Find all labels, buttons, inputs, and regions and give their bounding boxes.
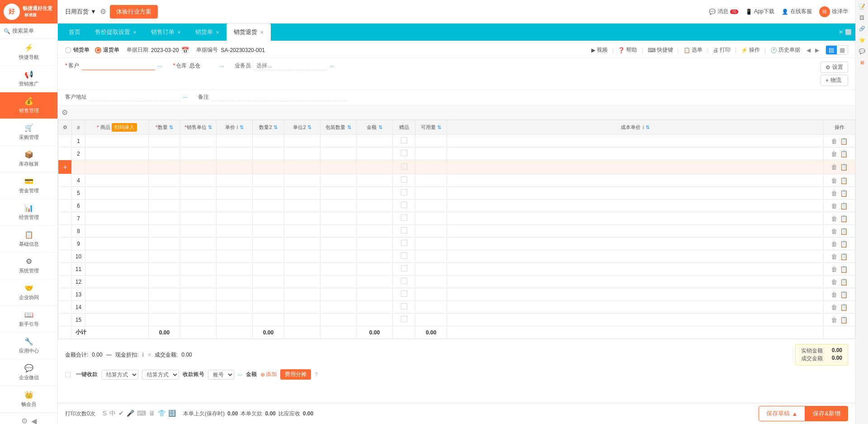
close-tab-icon[interactable]: ✕ [839,29,843,35]
tab-close-price-set[interactable]: ✕ [133,30,137,35]
right-panel-chat[interactable]: 💬 [859,48,865,54]
gift-check-9[interactable] [401,240,407,246]
delete-row-5[interactable]: 🗑 [831,190,837,197]
sidebar-item-marketing[interactable]: 📢 营销推广 [0,66,57,92]
copy-row-12[interactable]: 📋 [840,278,848,286]
tab-close-sale-order[interactable]: ✕ [177,30,181,35]
gift-check-3[interactable] [401,163,407,170]
copy-row-3[interactable]: 📋 [840,163,848,171]
gift-check-15[interactable] [401,316,407,322]
copy-row-14[interactable]: 📋 [840,304,848,311]
delete-row-9[interactable]: 🗑 [831,240,837,248]
copy-row-11[interactable]: 📋 [840,266,848,273]
sidebar-item-system[interactable]: ⚙ 系统管理 [0,252,57,279]
tab-sale-delivery[interactable]: 销货单 ✕ [188,24,226,41]
restore-icon[interactable]: ⬜ [845,29,852,35]
delete-row-3[interactable]: 🗑 [831,163,837,171]
right-panel-image[interactable]: 🖼 [859,15,864,20]
tab-price-set[interactable]: 售价提取设置 ✕ [88,24,144,41]
right-panel-link[interactable]: 🔗 [859,26,865,32]
settings-btn[interactable]: ⚙ 设置 [821,62,848,73]
staff-input[interactable] [254,62,327,70]
sidebar-item-inventory[interactable]: 📦 库存核算 [0,146,57,172]
account-more-btn[interactable]: ··· [238,372,242,378]
copy-row-7[interactable]: 📋 [840,215,848,222]
right-panel-star[interactable]: ⭐ [859,37,865,43]
table-gear-icon[interactable]: ⚙ [61,108,68,117]
copy-row-5[interactable]: 📋 [840,190,848,197]
sort-pkg-icon[interactable]: ⇅ [347,124,351,130]
sort-unit2-icon[interactable]: ⇅ [307,124,311,130]
toolbar-print[interactable]: 🖨 打印 [713,46,731,54]
logistics-btn[interactable]: + 物流 [821,75,848,86]
gift-check-2[interactable] [401,150,407,156]
right-panel-notes[interactable]: 📝 [859,4,865,10]
delete-row-10[interactable]: 🗑 [831,253,837,260]
gift-check-13[interactable] [401,291,407,297]
user-item[interactable]: 徐 徐泽华 [819,6,848,17]
message-item[interactable]: 💬 消息 70 [709,8,738,15]
one-pay-checkbox[interactable] [65,372,71,377]
delete-row-1[interactable]: 🗑 [831,138,837,145]
copy-row-8[interactable]: 📋 [840,228,848,235]
experience-btn[interactable]: 体验行业方案 [110,5,158,19]
gift-check-8[interactable] [401,227,407,233]
sidebar-item-wechat[interactable]: 💬 企业微信 [0,359,57,386]
gift-check-7[interactable] [401,214,407,221]
sidebar-item-search[interactable]: 🔍 搜索菜单 [0,24,57,39]
save-new-btn[interactable]: 保存&新增 [805,406,848,421]
tab-close-sale-delivery[interactable]: ✕ [216,30,219,35]
account-select[interactable]: 账号 [208,370,234,380]
copy-row-10[interactable]: 📋 [840,253,848,260]
add-row-btn[interactable]: + [60,162,70,172]
copy-row-4[interactable]: 📋 [840,177,848,184]
calendar-icon[interactable]: 📅 [181,47,189,54]
fee-split-btn[interactable]: 费用分摊 [280,369,311,380]
copy-row-2[interactable]: 📋 [840,150,848,157]
sidebar-item-finance[interactable]: 💳 资金管理 [0,172,57,199]
tab-sale-order[interactable]: 销售订单 ✕ [144,24,188,41]
delete-row-14[interactable]: 🗑 [831,304,837,311]
gift-check-11[interactable] [401,265,407,272]
next-record-btn[interactable]: ▶ [813,46,821,54]
sidebar-item-sales[interactable]: 💰 销售管理 [0,92,57,119]
gift-check-6[interactable] [401,202,407,208]
delete-row-12[interactable]: 🗑 [831,278,837,286]
delete-row-8[interactable]: 🗑 [831,228,837,235]
sidebar-item-basics[interactable]: 📋 基础信息 [0,226,57,252]
tab-sale-return[interactable]: 销货退货 ✕ [226,24,271,41]
sort-amount-icon[interactable]: ⇅ [378,124,382,130]
toolbar-select[interactable]: 📋 选单 [684,46,703,54]
sidebar-item-operations[interactable]: 📊 经营管理 [0,199,57,226]
toolbar-shortcut[interactable]: ⌨ 快捷键 [648,46,673,54]
delete-row-11[interactable]: 🗑 [831,266,837,273]
sidebar-item-member[interactable]: 👑 畅会员 [0,386,57,413]
gift-check-1[interactable] [401,137,407,143]
online-service-item[interactable]: 👤 在线客服 [782,8,812,15]
app-download-item[interactable]: 📱 App下载 [745,8,774,15]
copy-row-6[interactable]: 📋 [840,202,848,210]
gift-check-5[interactable] [401,189,407,195]
warehouse-more-btn[interactable]: ··· [219,63,224,69]
settings-bottom-icon[interactable]: ⚙ [21,417,28,424]
sidebar-item-guide[interactable]: 📖 新手引导 [0,306,57,333]
radio-sale-delivery[interactable]: 销货单 [65,46,90,54]
toolbar-help[interactable]: ❓ 帮助 [618,46,637,54]
summary-method-select[interactable]: 结算方式 [142,370,179,380]
sort-qty-icon[interactable]: ⇅ [169,124,173,130]
category-select[interactable]: 日用百货 ▼ [65,8,96,16]
radio-sale-return[interactable]: 退货单 [95,46,119,54]
delete-row-15[interactable]: 🗑 [831,316,837,324]
sort-unit-icon[interactable]: ⇅ [208,124,212,130]
copy-row-9[interactable]: 📋 [840,240,848,248]
right-panel-screen[interactable]: 🖥 [859,60,864,65]
gift-check-12[interactable] [401,278,407,284]
customer-more-btn[interactable]: ··· [158,63,162,69]
address-input[interactable] [90,93,180,101]
delete-row-6[interactable]: 🗑 [831,202,837,210]
sidebar-item-appstore[interactable]: 🔧 应用中心 [0,333,57,359]
sidebar-item-enterprise[interactable]: 🤝 企业协同 [0,279,57,306]
product-input-2[interactable] [87,151,146,157]
toolbar-video[interactable]: ▶ 视频 [591,46,608,54]
prev-record-btn[interactable]: ◀ [805,46,812,54]
